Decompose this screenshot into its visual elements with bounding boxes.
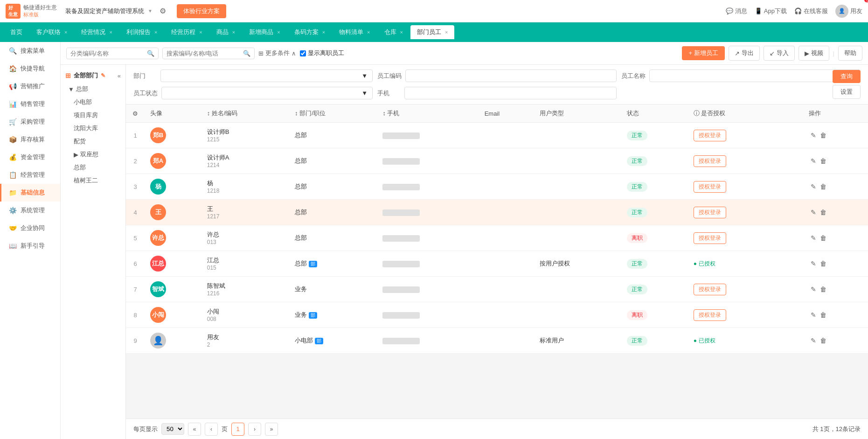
auth-button[interactable]: 授权登录 bbox=[694, 181, 726, 193]
auth-button[interactable]: 授权登录 bbox=[694, 232, 726, 244]
phone-input[interactable] bbox=[404, 87, 617, 99]
reset-button[interactable]: 设置 bbox=[833, 85, 861, 99]
add-employee-button[interactable]: + 新增员工 bbox=[682, 46, 724, 60]
edit-button[interactable]: ✎ bbox=[809, 233, 818, 243]
trial-button[interactable]: 体验行业方案 bbox=[177, 4, 226, 18]
tab-barcode[interactable]: 条码方案 × bbox=[288, 25, 332, 39]
col-dept[interactable]: ↕ 部门/职位 bbox=[289, 105, 377, 123]
sidebar-item-search[interactable]: 🔍 搜索菜单 bbox=[0, 42, 60, 60]
dept-node-general[interactable]: 总部 bbox=[70, 161, 125, 174]
tab-goods[interactable]: 商品 × bbox=[210, 25, 242, 39]
close-icon[interactable]: × bbox=[232, 29, 235, 35]
classify-search-input[interactable] bbox=[70, 50, 145, 57]
next-page-btn[interactable]: › bbox=[248, 423, 261, 436]
edit-button[interactable]: ✎ bbox=[809, 156, 818, 166]
collapse-icon[interactable]: « bbox=[118, 72, 121, 79]
video-button[interactable]: ▶ 视频 bbox=[799, 46, 829, 61]
delete-button[interactable]: 🗑 bbox=[818, 182, 828, 191]
per-page-select[interactable]: 50 bbox=[161, 423, 184, 435]
tab-new-goods[interactable]: 新增商品 × bbox=[243, 25, 286, 39]
sidebar-item-basic[interactable]: 📁 基础信息 bbox=[0, 184, 60, 202]
dept-node-project[interactable]: 项目库房 bbox=[70, 109, 125, 122]
close-icon[interactable]: × bbox=[199, 29, 202, 35]
dept-node-shenyang[interactable]: 沈阳大库 bbox=[70, 122, 125, 135]
sidebar-item-guide[interactable]: 📖 新手引导 bbox=[0, 237, 60, 255]
close-icon[interactable]: × bbox=[154, 29, 157, 35]
sidebar-item-marketing[interactable]: 📢 营销推广 bbox=[0, 77, 60, 95]
delete-button[interactable]: 🗑 bbox=[818, 156, 828, 166]
export-button[interactable]: ↗ 导出 bbox=[729, 46, 760, 61]
tab-home[interactable]: 首页 bbox=[4, 25, 29, 39]
close-icon[interactable]: × bbox=[109, 29, 112, 35]
tab-history[interactable]: 经营历程 × bbox=[165, 25, 208, 39]
dept-node-headquarters[interactable]: ▼ 总部 bbox=[64, 83, 125, 96]
edit-button[interactable]: ✎ bbox=[809, 182, 818, 191]
close-icon[interactable]: × bbox=[277, 29, 280, 35]
tab-warehouse[interactable]: 仓库 × bbox=[378, 25, 410, 39]
sidebar-item-inventory[interactable]: 📦 库存核算 bbox=[0, 131, 60, 148]
auth-button[interactable]: 授权登录 bbox=[694, 155, 726, 167]
close-icon[interactable]: × bbox=[367, 29, 370, 35]
sidebar-item-sales[interactable]: 📊 销售管理 bbox=[0, 95, 60, 113]
main-search-input[interactable] bbox=[167, 50, 241, 57]
main-search-box[interactable]: 🔍 bbox=[162, 48, 255, 59]
prev-page-btn[interactable]: ‹ bbox=[205, 423, 218, 436]
settings-icon[interactable]: ⚙ bbox=[156, 5, 169, 18]
more-conditions-btn[interactable]: ⊞ 更多条件 ∧ bbox=[258, 49, 296, 57]
query-button[interactable]: 查询 bbox=[833, 70, 861, 83]
help-button[interactable]: 帮助 bbox=[838, 46, 862, 61]
edit-icon[interactable]: ✎ bbox=[101, 72, 105, 79]
edit-button[interactable]: ✎ bbox=[809, 208, 818, 217]
auth-button[interactable]: 授权登录 bbox=[694, 207, 726, 218]
delete-button[interactable]: 🗑 bbox=[818, 208, 828, 217]
close-icon[interactable]: × bbox=[64, 29, 67, 35]
close-icon[interactable]: × bbox=[400, 29, 403, 35]
sidebar-item-finance[interactable]: 💰 资金管理 bbox=[0, 148, 60, 166]
delete-button[interactable]: 🗑 bbox=[818, 259, 828, 268]
col-name[interactable]: ↕ 姓名/编码 bbox=[201, 105, 289, 123]
delete-button[interactable]: 🗑 bbox=[818, 310, 828, 320]
close-icon[interactable]: × bbox=[445, 29, 448, 35]
tab-profit[interactable]: 利润报告 × bbox=[120, 25, 164, 39]
sidebar-item-purchase[interactable]: 🛒 采购管理 bbox=[0, 113, 60, 131]
edit-button[interactable]: ✎ bbox=[809, 310, 818, 320]
last-page-btn[interactable]: » bbox=[265, 423, 278, 436]
close-icon[interactable]: × bbox=[322, 29, 325, 35]
import-button[interactable]: ↙ 导入 bbox=[764, 46, 795, 61]
resigned-checkbox-input[interactable] bbox=[300, 50, 306, 56]
edit-button[interactable]: ✎ bbox=[809, 336, 818, 345]
show-resigned-checkbox[interactable]: 显示离职员工 bbox=[300, 49, 344, 57]
auth-button[interactable]: 授权登录 bbox=[694, 309, 726, 321]
app-download-btn[interactable]: 📱 App下载 bbox=[755, 7, 787, 15]
employee-name-input[interactable] bbox=[649, 70, 861, 82]
dropdown-arrow-icon[interactable]: ▼ bbox=[148, 8, 153, 14]
col-phone[interactable]: ↕ 手机 bbox=[377, 105, 479, 123]
edit-button[interactable]: ✎ bbox=[809, 259, 818, 268]
edit-button[interactable]: ✎ bbox=[809, 285, 818, 294]
auth-button[interactable]: 授权登录 bbox=[694, 130, 726, 141]
sidebar-item-operations[interactable]: 📋 经营管理 bbox=[0, 166, 60, 184]
online-service-btn[interactable]: 🎧 在线客服 bbox=[794, 7, 828, 15]
tab-bom[interactable]: 物料清单 × bbox=[333, 25, 376, 39]
tab-department[interactable]: 部门员工 × bbox=[410, 25, 454, 39]
status-select[interactable]: ▼ bbox=[161, 87, 373, 99]
sidebar-item-collab[interactable]: 🤝 企业协同 bbox=[0, 219, 60, 237]
sidebar-item-quicknav[interactable]: 🏠 快捷导航 bbox=[0, 60, 60, 77]
employee-code-input[interactable] bbox=[405, 70, 617, 82]
delete-button[interactable]: 🗑 bbox=[818, 131, 828, 140]
dept-node-dual[interactable]: ▶ 双座想 bbox=[70, 148, 125, 161]
edit-button[interactable]: ✎ bbox=[809, 131, 818, 140]
auth-button[interactable]: 授权登录 bbox=[694, 284, 726, 295]
col-settings[interactable]: ⚙ bbox=[126, 105, 145, 123]
dept-node-delivery[interactable]: 配货 bbox=[70, 135, 125, 148]
tab-customer[interactable]: 客户联络 × bbox=[30, 25, 74, 39]
message-btn[interactable]: 💬 消息 5 bbox=[726, 7, 747, 15]
delete-button[interactable]: 🗑 bbox=[818, 336, 828, 345]
first-page-btn[interactable]: « bbox=[188, 423, 201, 436]
tab-operations[interactable]: 经营情况 × bbox=[75, 25, 118, 39]
delete-button[interactable]: 🗑 bbox=[818, 233, 828, 243]
dept-node-plant[interactable]: 植树王二 bbox=[70, 174, 125, 187]
user-menu[interactable]: 👤 用友 bbox=[835, 5, 862, 18]
sidebar-item-system[interactable]: ⚙️ 系统管理 bbox=[0, 202, 60, 219]
delete-button[interactable]: 🗑 bbox=[818, 285, 828, 294]
